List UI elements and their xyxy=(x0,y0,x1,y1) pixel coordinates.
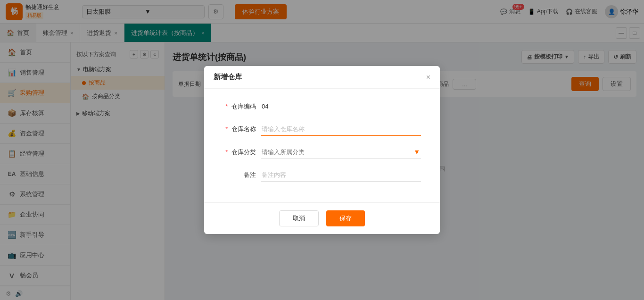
warehouse-note-input[interactable] xyxy=(261,168,421,182)
modal-close-button[interactable]: × xyxy=(426,73,430,82)
form-label-note: 备注 xyxy=(223,171,261,179)
warehouse-code-input[interactable] xyxy=(261,100,421,113)
form-label-code: * 仓库编码 xyxy=(223,102,261,111)
modal-title: 新增仓库 xyxy=(214,73,242,82)
category-dropdown-icon: ▼ xyxy=(413,148,420,156)
form-row-name: * 仓库名称 xyxy=(223,123,421,136)
form-row-category: * 仓库分类 ▼ xyxy=(223,145,421,159)
form-row-code: * 仓库编码 xyxy=(223,100,421,113)
save-button[interactable]: 保存 xyxy=(326,210,365,226)
form-row-note: 备注 xyxy=(223,168,421,182)
warehouse-name-input[interactable] xyxy=(261,123,421,136)
warehouse-category-input[interactable] xyxy=(262,149,413,156)
warehouse-category-select[interactable]: ▼ xyxy=(261,145,421,159)
modal-overlay[interactable]: 新增仓库 × * 仓库编码 * 仓库名称 xyxy=(0,0,644,300)
modal-header: 新增仓库 × xyxy=(204,66,440,89)
cancel-button[interactable]: 取消 xyxy=(279,210,319,226)
modal-body: * 仓库编码 * 仓库名称 * 仓库分类 xyxy=(204,89,440,202)
modal-footer: 取消 保存 xyxy=(204,202,440,234)
form-label-name: * 仓库名称 xyxy=(223,125,261,133)
new-warehouse-modal: 新增仓库 × * 仓库编码 * 仓库名称 xyxy=(204,66,440,234)
form-label-category: * 仓库分类 xyxy=(223,148,261,157)
